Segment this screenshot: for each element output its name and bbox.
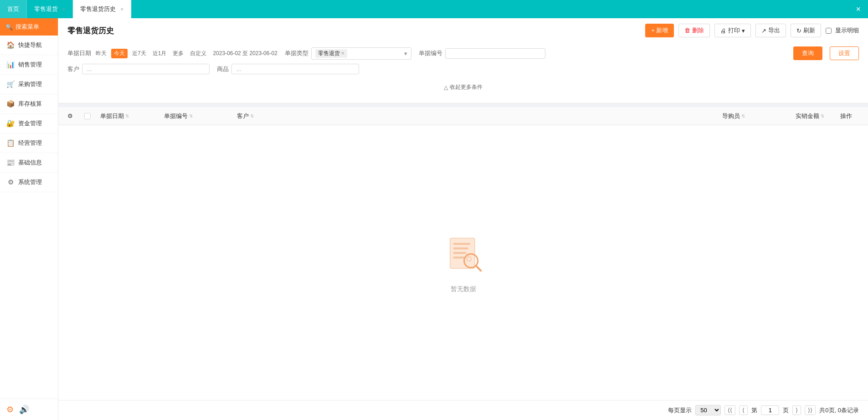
- query-button[interactable]: 查询: [793, 46, 822, 60]
- th-operation-label: 操作: [840, 112, 852, 120]
- sidebar-item-inventory[interactable]: 📦 库存核算: [0, 94, 58, 114]
- print-label: 打印: [728, 26, 740, 35]
- date-opt-1month[interactable]: 近1月: [151, 49, 169, 58]
- doc-type-select[interactable]: 零售退货 × ▾: [311, 47, 411, 60]
- goods-input[interactable]: ...: [231, 64, 359, 74]
- tab-retail-return-label: 零售退货: [34, 5, 58, 13]
- sidebar-item-finance-label: 资金管理: [18, 119, 42, 128]
- window-close-button[interactable]: ×: [848, 5, 868, 14]
- table-checkbox-all[interactable]: [78, 113, 97, 119]
- empty-text: 暂无数据: [451, 285, 476, 293]
- customer-input[interactable]: ...: [82, 64, 210, 74]
- customer-label: 客户: [67, 65, 79, 73]
- tab-home-label: 首页: [7, 5, 19, 13]
- print-icon: 🖨: [720, 27, 726, 34]
- doc-num-filter: 单据编号: [419, 48, 545, 59]
- prev-page-button[interactable]: ⟨: [739, 405, 748, 415]
- date-opt-yesterday[interactable]: 昨天: [94, 49, 108, 58]
- sidebar-item-operations-label: 经营管理: [18, 139, 42, 147]
- sidebar-item-quicknav[interactable]: 🏠 快捷导航: [0, 36, 58, 55]
- th-doc-num: 单据编号 ⇅: [160, 112, 233, 120]
- add-button[interactable]: + 新增: [645, 24, 674, 37]
- table-area: ⚙ 单据日期 ⇅ 单据编号 ⇅ 客户 ⇅ 导购员 ⇅: [58, 107, 868, 420]
- sidebar-item-purchase-label: 采购管理: [18, 80, 42, 88]
- last-page-button[interactable]: ⟩⟩: [805, 405, 816, 415]
- volume-icon[interactable]: 🔊: [19, 405, 29, 415]
- system-icon: ⚙: [6, 178, 15, 186]
- sidebar-item-basic-info[interactable]: 📰 基础信息: [0, 153, 58, 173]
- customer-placeholder: ...: [87, 66, 92, 72]
- first-page-button[interactable]: ⟨⟨: [724, 405, 735, 415]
- th-amount-sort-icon[interactable]: ⇅: [821, 113, 824, 118]
- doc-type-tag-remove[interactable]: ×: [341, 50, 344, 56]
- sidebar-item-sales[interactable]: 📊 销售管理: [0, 55, 58, 75]
- tab-retail-return-history-close[interactable]: ×: [120, 6, 123, 12]
- sidebar-item-quicknav-label: 快捷导航: [18, 41, 42, 49]
- th-date-sort-icon[interactable]: ⇅: [125, 113, 129, 118]
- display-toggle-label: 显示明细: [835, 26, 859, 35]
- per-page-label: 每页显示: [668, 406, 692, 415]
- goods-filter: 商品 ...: [217, 64, 359, 74]
- date-opt-custom[interactable]: 自定义: [188, 49, 208, 58]
- export-button[interactable]: ↗ 导出: [755, 24, 786, 37]
- top-bar: 首页 零售退货 × 零售退货历史 × ×: [0, 0, 868, 18]
- operations-icon: 📋: [6, 139, 15, 147]
- display-toggle[interactable]: 显示明细: [826, 26, 859, 35]
- toolbar: + 新增 🗑 删除 🖨 打印 ▾ ↗ 导出 ↻ 刷新: [645, 24, 859, 37]
- collapse-button[interactable]: △ 收起更多条件: [438, 82, 488, 93]
- th-guide-sort-icon[interactable]: ⇅: [741, 113, 745, 118]
- date-filter: 单据日期 昨天 今天 近7天 近1月 更多 自定义 2023-06-02 至 2…: [67, 49, 277, 58]
- th-customer-label: 客户: [237, 112, 249, 120]
- collapse-icon: △: [444, 84, 448, 91]
- next-page-button[interactable]: ⟩: [792, 405, 801, 415]
- svg-rect-2: [453, 247, 468, 249]
- date-opt-7days[interactable]: 近7天: [130, 49, 148, 58]
- basic-info-icon: 📰: [6, 159, 15, 167]
- print-dropdown-icon: ▾: [742, 27, 745, 34]
- doc-type-label: 单据类型: [285, 49, 308, 57]
- refresh-button[interactable]: ↻ 刷新: [791, 24, 821, 37]
- sidebar-item-basic-info-label: 基础信息: [18, 159, 42, 167]
- sidebar-item-system[interactable]: ⚙ 系统管理: [0, 173, 58, 192]
- sidebar-search-label: 搜索菜单: [15, 23, 39, 31]
- pagination-bar: 每页显示 50 20 100 ⟨⟨ ⟨ 第 1 页 ⟩ ⟩⟩ 共0页, 0条记录: [58, 400, 868, 420]
- th-customer-sort-icon[interactable]: ⇅: [250, 113, 254, 118]
- table-settings-icon[interactable]: ⚙: [62, 113, 78, 119]
- customer-filter: 客户 ...: [67, 64, 210, 74]
- settings-icon[interactable]: ⚙: [6, 405, 14, 415]
- svg-rect-1: [453, 243, 470, 245]
- settings-filter-button[interactable]: 设置: [830, 46, 859, 60]
- home-icon: 🏠: [6, 41, 15, 49]
- doc-num-label: 单据编号: [419, 49, 442, 57]
- page-header-top: 零售退货历史 + 新增 🗑 删除 🖨 打印 ▾ ↗ 导出 ↻: [67, 24, 859, 37]
- print-button[interactable]: 🖨 打印 ▾: [714, 24, 751, 37]
- content-area: 零售退货历史 + 新增 🗑 删除 🖨 打印 ▾ ↗ 导出 ↻: [58, 18, 868, 420]
- tab-retail-return-history[interactable]: 零售退货历史 ×: [73, 0, 131, 18]
- sidebar-item-purchase[interactable]: 🛒 采购管理: [0, 75, 58, 94]
- tab-retail-return-close[interactable]: ×: [62, 6, 65, 12]
- sidebar-item-finance[interactable]: 🔐 资金管理: [0, 114, 58, 133]
- checkbox-all-box[interactable]: [84, 113, 91, 119]
- th-doc-num-sort-icon[interactable]: ⇅: [189, 113, 193, 118]
- tab-home[interactable]: 首页: [0, 0, 27, 18]
- page-number-input[interactable]: 1: [761, 405, 779, 415]
- svg-point-7: [467, 256, 471, 261]
- table-header: ⚙ 单据日期 ⇅ 单据编号 ⇅ 客户 ⇅ 导购员 ⇅: [58, 107, 868, 125]
- sidebar-item-system-label: 系统管理: [18, 178, 42, 186]
- doc-num-input[interactable]: [445, 48, 545, 59]
- display-toggle-checkbox[interactable]: [826, 28, 832, 34]
- tab-retail-return-history-label: 零售退货历史: [80, 5, 116, 13]
- sidebar-item-inventory-label: 库存核算: [18, 100, 42, 108]
- tab-retail-return[interactable]: 零售退货 ×: [27, 0, 73, 18]
- date-opt-more[interactable]: 更多: [171, 49, 185, 58]
- delete-button[interactable]: 🗑 删除: [678, 24, 710, 37]
- date-options: 昨天 今天 近7天 近1月 更多 自定义: [94, 49, 208, 58]
- th-guide-label: 导购员: [722, 112, 740, 120]
- export-icon: ↗: [761, 27, 766, 34]
- filter-area: 单据日期 昨天 今天 近7天 近1月 更多 自定义 2023-06-02 至 2…: [67, 42, 859, 103]
- sidebar-search-button[interactable]: 🔍 搜索菜单: [0, 18, 58, 36]
- date-opt-today[interactable]: 今天: [111, 49, 128, 58]
- sidebar-item-operations[interactable]: 📋 经营管理: [0, 133, 58, 153]
- goods-placeholder: ...: [236, 66, 241, 72]
- per-page-select[interactable]: 50 20 100: [695, 405, 721, 415]
